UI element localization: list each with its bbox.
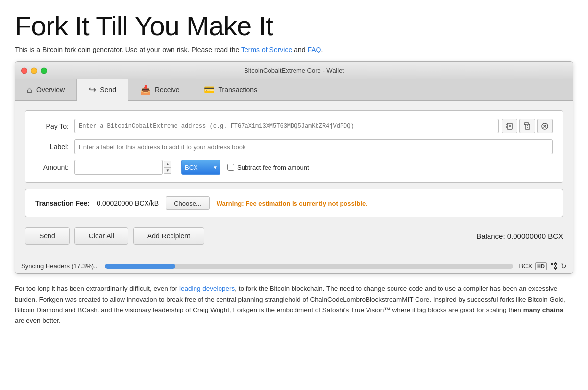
subtract-fee-checkbox[interactable] (227, 164, 234, 171)
tab-receive[interactable]: 📥 Receive (128, 79, 192, 100)
action-bar: Send Clear All Add Recipient Balance: 0.… (25, 223, 563, 249)
tab-send[interactable]: ↪ Send (77, 79, 128, 101)
send-form: Pay To: (25, 110, 563, 183)
page-subtitle: This is a Bitcoin fork coin generator. U… (15, 46, 573, 53)
tab-send-label: Send (100, 86, 116, 94)
window-titlebar: BitcoinCobaltExtreme Core - Wallet (15, 62, 573, 79)
choose-fee-button[interactable]: Choose... (166, 196, 210, 210)
pay-to-buttons (502, 119, 553, 133)
amount-down-button[interactable]: ▼ (164, 167, 172, 174)
amount-row: Amount: ▲ ▼ BCX Subtract fee from amount (35, 160, 553, 175)
balance-display: Balance: 0.00000000 BCX (476, 232, 563, 240)
sync-status-text: Syncing Headers (17.3%)... (21, 262, 99, 270)
many-chains-text: many chains (523, 306, 564, 313)
fee-value: 0.00020000 BCX/kB (97, 199, 159, 207)
fee-bar: Transaction Fee: 0.00020000 BCX/kB Choos… (25, 189, 563, 217)
close-button[interactable] (21, 67, 27, 74)
add-recipient-button[interactable]: Add Recipient (133, 227, 204, 245)
svg-rect-6 (525, 124, 530, 129)
currency-select-wrapper: BCX (176, 160, 220, 175)
paste-button[interactable] (519, 119, 535, 133)
minimize-button[interactable] (31, 67, 37, 74)
send-icon: ↪ (89, 84, 96, 95)
clear-address-button[interactable] (537, 119, 553, 133)
amount-label: Amount: (35, 163, 74, 171)
svg-rect-0 (507, 123, 512, 129)
amount-input[interactable] (74, 160, 163, 175)
currency-select[interactable]: BCX (181, 160, 220, 175)
label-input[interactable] (74, 139, 553, 154)
subtract-fee-row: Subtract fee from amount (227, 164, 309, 171)
window-controls (21, 67, 47, 74)
clear-all-button[interactable]: Clear All (74, 227, 128, 245)
home-icon: ⌂ (27, 85, 32, 95)
page-title: Fork It Till You Make It (15, 10, 573, 42)
subtract-fee-label: Subtract fee from amount (237, 164, 309, 171)
receive-icon: 📥 (140, 84, 151, 95)
address-book-button[interactable] (502, 119, 517, 133)
send-button[interactable]: Send (25, 227, 70, 245)
nav-tabs: ⌂ Overview ↪ Send 📥 Receive 💳 Transactio… (15, 79, 573, 101)
faq-link[interactable]: FAQ (307, 46, 321, 53)
sync-progress-bar (105, 264, 513, 269)
ticker-label: BCX (519, 262, 532, 270)
tab-overview[interactable]: ⌂ Overview (15, 79, 77, 100)
fee-warning: Warning: Fee estimation is currently not… (217, 200, 368, 207)
tab-transactions[interactable]: 💳 Transactions (192, 79, 270, 100)
pay-to-input[interactable] (74, 119, 499, 133)
wallet-content: Pay To: (15, 101, 573, 259)
hd-badge: HD (535, 262, 547, 270)
maximize-button[interactable] (41, 67, 47, 74)
label-label: Label: (35, 143, 74, 151)
wallet-window: BitcoinCobaltExtreme Core - Wallet ⌂ Ove… (15, 61, 573, 274)
leading-developers-link[interactable]: leading developers (179, 285, 235, 292)
progress-bar-fill (105, 264, 175, 269)
window-title: BitcoinCobaltExtreme Core - Wallet (244, 67, 344, 74)
status-right: BCX HD ⛓ ↻ (519, 262, 567, 271)
tab-transactions-label: Transactions (219, 86, 258, 94)
status-bar: Syncing Headers (17.3%)... BCX HD ⛓ ↻ (15, 259, 573, 273)
network-icon: ⛓ (550, 262, 558, 271)
description-text: For too long it has been extraordinarily… (15, 284, 573, 326)
tab-receive-label: Receive (155, 86, 180, 94)
fee-label: Transaction Fee: (35, 199, 90, 207)
label-row: Label: (35, 139, 553, 154)
amount-up-button[interactable]: ▲ (164, 161, 172, 167)
pay-to-label: Pay To: (35, 122, 74, 130)
pay-to-row: Pay To: (35, 119, 553, 133)
tos-link[interactable]: Terms of Service (241, 46, 292, 53)
transactions-icon: 💳 (204, 84, 215, 95)
tab-overview-label: Overview (36, 86, 65, 94)
amount-stepper: ▲ ▼ (164, 161, 172, 174)
refresh-icon[interactable]: ↻ (561, 262, 567, 271)
